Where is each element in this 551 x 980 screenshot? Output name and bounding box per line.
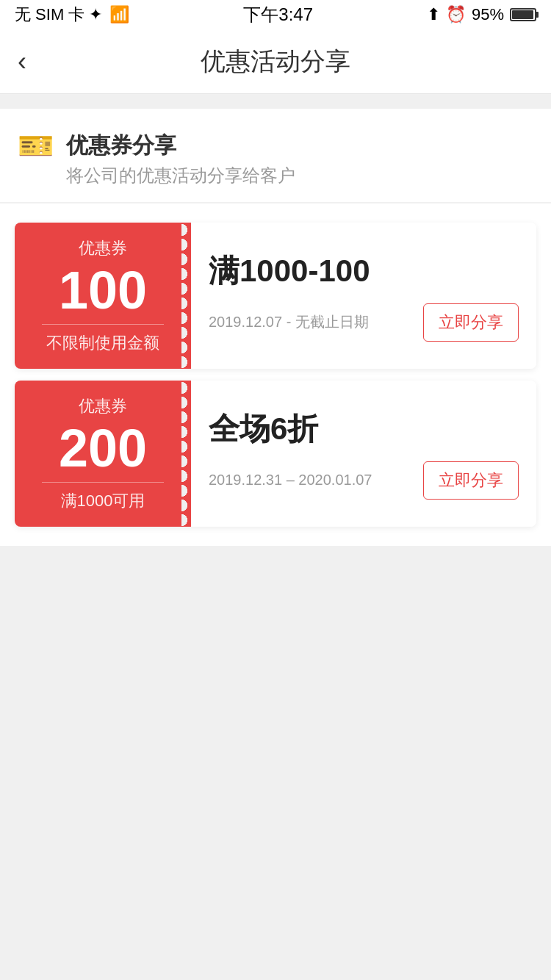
coupon-amount-2: 200 — [59, 422, 147, 475]
coupon-meta-2: 2019.12.31 – 2020.01.07 立即分享 — [209, 461, 519, 500]
coupon-list: 优惠券 100 不限制使用金额 满1000-100 2019.12.07 - 无… — [0, 203, 551, 546]
empty-area — [0, 546, 551, 913]
nav-bar: ‹ 优惠活动分享 — [0, 29, 551, 94]
coupon-left-2: 优惠券 200 满1000可用 — [15, 381, 191, 527]
coupon-date-2: 2019.12.31 – 2020.01.07 — [209, 472, 416, 489]
nav-title: 优惠活动分享 — [201, 45, 350, 79]
location-icon: ⬆ — [427, 5, 440, 24]
coupon-right-1: 满1000-100 2019.12.07 - 无截止日期 立即分享 — [191, 223, 536, 369]
status-time: 下午3:47 — [243, 3, 313, 26]
alarm-icon: ⏰ — [446, 5, 466, 24]
status-right: ⬆ ⏰ 95% — [427, 5, 536, 24]
coupon-condition-2: 满1000可用 — [61, 490, 145, 512]
back-button[interactable]: ‹ — [18, 46, 26, 77]
battery-icon — [510, 8, 536, 21]
coupon-amount-1: 100 — [59, 264, 147, 317]
coupon-name-2: 全场6折 — [209, 408, 519, 450]
coupon-date-1: 2019.12.07 - 无截止日期 — [209, 312, 416, 332]
coupon-condition-1: 不限制使用金额 — [46, 332, 159, 354]
coupon-label-1: 优惠券 — [79, 237, 127, 259]
coupon-item: 优惠券 100 不限制使用金额 满1000-100 2019.12.07 - 无… — [15, 223, 536, 369]
coupon-meta-1: 2019.12.07 - 无截止日期 立即分享 — [209, 303, 519, 342]
coupon-section-icon: 🎫 — [18, 131, 54, 160]
section-title: 优惠券分享 — [66, 131, 295, 159]
coupon-left-1: 优惠券 100 不限制使用金额 — [15, 223, 191, 369]
status-bar: 无 SIM 卡 ✦ 📶 下午3:47 ⬆ ⏰ 95% — [0, 0, 551, 29]
section-header: 🎫 优惠券分享 将公司的优惠活动分享给客户 — [0, 109, 551, 202]
coupon-right-2: 全场6折 2019.12.31 – 2020.01.07 立即分享 — [191, 381, 536, 527]
section-text: 优惠券分享 将公司的优惠活动分享给客户 — [66, 131, 295, 187]
sim-status: 无 SIM 卡 ✦ — [15, 4, 102, 26]
share-button-2[interactable]: 立即分享 — [423, 461, 519, 500]
share-button-1[interactable]: 立即分享 — [423, 303, 519, 342]
coupon-divider-1 — [42, 324, 164, 325]
coupon-item-2: 优惠券 200 满1000可用 全场6折 2019.12.31 – 2020.0… — [15, 381, 536, 527]
coupon-name-1: 满1000-100 — [209, 251, 519, 292]
battery-percent: 95% — [472, 5, 504, 24]
coupon-label-2: 优惠券 — [79, 395, 127, 417]
wifi-icon: 📶 — [109, 5, 129, 24]
section-subtitle: 将公司的优惠活动分享给客户 — [66, 164, 295, 187]
coupon-divider-2 — [42, 482, 164, 483]
status-left: 无 SIM 卡 ✦ 📶 — [15, 4, 129, 26]
